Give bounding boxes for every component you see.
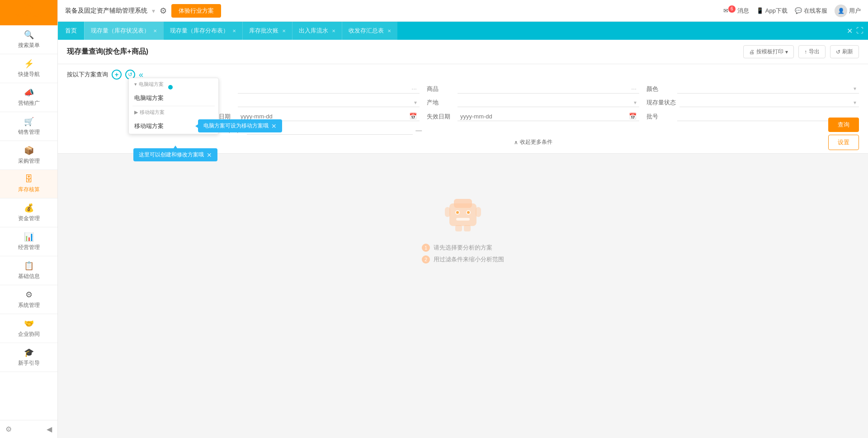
mobile-icon: 📱 <box>756 7 764 14</box>
sidebar-item-system[interactable]: ⚙ 系统管理 <box>0 285 57 314</box>
app-download-label: App下载 <box>765 7 788 15</box>
sidebar-item-quick-nav[interactable]: ⚡ 快捷导航 <box>0 54 57 83</box>
tab-inout-close[interactable]: ✕ <box>332 28 335 33</box>
sidebar-item-basic-info[interactable]: 📋 基础信息 <box>0 256 57 285</box>
exp-date-wrapper: 📅 <box>458 112 639 121</box>
scheme-item-pc[interactable]: 电脑端方案 <box>129 90 218 106</box>
tab-summary[interactable]: 收发存汇总表 ✕ <box>342 22 397 40</box>
stock-status-select[interactable] <box>682 99 852 106</box>
exp-date-start[interactable] <box>460 113 627 120</box>
sidebar-item-sales[interactable]: 🛒 销售管理 <box>0 112 57 141</box>
tab-stock-status[interactable]: 现存量（库存状况表） ✕ <box>84 22 163 40</box>
stock-status-dropdown-icon[interactable]: ▾ <box>854 99 856 106</box>
tab-batch-close[interactable]: ✕ <box>282 28 286 33</box>
warehouse-input-wrapper: ··· <box>238 84 420 94</box>
tab-batch[interactable]: 库存批次账 ✕ <box>242 22 292 40</box>
tab-stock-status-label: 现存量（库存状况表） <box>91 27 150 35</box>
warehouse-more-icon[interactable]: ··· <box>411 85 417 92</box>
print-button[interactable]: 🖨 按模板打印 ▾ <box>743 45 794 58</box>
topbar-settings-icon[interactable]: ⚙ <box>160 6 167 16</box>
collapse-sidebar-icon[interactable]: ◀ <box>47 425 52 433</box>
prod-date-calendar-icon[interactable]: 📅 <box>409 113 417 120</box>
settings-icon[interactable]: ⚙ <box>5 425 12 433</box>
tab-stock-dist[interactable]: 现存量（库存分布表） ✕ <box>163 22 242 40</box>
sidebar-item-marketing[interactable]: 📣 营销推广 <box>0 83 57 112</box>
newbie-icon: 🎓 <box>24 348 34 358</box>
message-item[interactable]: ✉ 6 消息 <box>723 7 749 15</box>
tab-home[interactable]: 首页 <box>58 22 84 40</box>
sidebar-item-operations[interactable]: 📊 经营管理 <box>0 227 57 256</box>
collapse-up-icon: ∧ <box>514 139 518 146</box>
filter-label: 按以下方案查询 <box>67 71 108 79</box>
stock-qty-dash: — <box>415 127 422 134</box>
size-select-wrapper: ▾ <box>238 98 420 107</box>
stock-icon: 🗄 <box>25 174 33 184</box>
filter-add-button[interactable]: + <box>112 70 122 80</box>
tab-summary-close[interactable]: ✕ <box>387 28 391 33</box>
filter-field-exp-date: 失效日期 📅 <box>427 112 639 121</box>
collapse-filter-button[interactable]: ∧ 收起更多条件 <box>207 135 859 148</box>
sidebar-item-search-menu[interactable]: 🔍 搜索菜单 <box>0 25 57 54</box>
product-label: 商品 <box>427 85 454 93</box>
system-dropdown-icon[interactable]: ▾ <box>152 7 155 14</box>
product-more-icon[interactable]: ··· <box>631 85 637 92</box>
finance-icon: 💰 <box>24 203 34 213</box>
sidebar-item-label: 企业协同 <box>18 330 40 338</box>
batch-no-label: 批号 <box>646 113 674 121</box>
scheme-tooltip-2-close[interactable]: ✕ <box>207 151 212 159</box>
color-dropdown-icon[interactable]: ▾ <box>854 85 856 92</box>
query-button[interactable]: 查询 <box>828 118 859 132</box>
sidebar-item-label: 库存核算 <box>18 186 40 193</box>
color-select[interactable] <box>680 85 852 92</box>
robot-svg <box>440 190 486 235</box>
sidebar-item-finance[interactable]: 💰 资金管理 <box>0 198 57 227</box>
sidebar: 畅 畅通好生意 标准版 🔍 搜索菜单 ⚡ 快捷导航 📣 营销推广 🛒 销售管理 … <box>0 0 58 438</box>
refresh-button[interactable]: ↺ 刷新 <box>830 45 859 58</box>
product-input[interactable] <box>460 85 629 92</box>
page-actions: 🖨 按模板打印 ▾ ↑ 导出 ↺ 刷新 <box>743 45 859 58</box>
sidebar-item-purchase[interactable]: 📦 采购管理 <box>0 141 57 170</box>
sidebar-item-label: 新手引导 <box>18 359 40 367</box>
scheme-tooltip-2-text: 这里可以创建和修改方案哦 <box>139 151 204 159</box>
empty-state: 1 请先选择要分析的方案 2 用过滤条件来缩小分析范围 <box>58 154 868 300</box>
origin-dropdown-icon[interactable]: ▾ <box>634 99 637 106</box>
message-icon: ✉ <box>723 7 728 14</box>
maximize-icon[interactable]: ⛶ <box>856 27 863 35</box>
tab-stock-dist-close[interactable]: ✕ <box>232 28 236 33</box>
sidebar-item-label: 经营管理 <box>18 244 40 251</box>
message-badge: 6 <box>728 5 736 13</box>
tabbar-actions: ✕ ⛶ <box>847 27 868 35</box>
sidebar-item-enterprise[interactable]: 🤝 企业协同 <box>0 314 57 343</box>
exp-date-calendar-icon[interactable]: 📅 <box>629 113 637 120</box>
filter-field-color: 颜色 ▾ <box>646 85 859 94</box>
scheme-tooltip-1-close[interactable]: ✕ <box>271 122 277 130</box>
prod-date-start[interactable] <box>241 113 407 120</box>
sidebar-item-label: 快捷导航 <box>18 71 40 78</box>
user-item[interactable]: 👤 用户 <box>835 5 861 17</box>
print-label: 按模板打印 <box>756 48 783 56</box>
export-button[interactable]: ↑ 导出 <box>798 45 826 58</box>
origin-select[interactable] <box>460 99 632 106</box>
size-dropdown-icon[interactable]: ▾ <box>414 99 417 106</box>
print-icon: 🖨 <box>749 49 755 55</box>
warehouse-input[interactable] <box>241 85 410 92</box>
sidebar-item-label: 搜索菜单 <box>18 42 40 49</box>
app-download-item[interactable]: 📱 App下载 <box>756 7 788 15</box>
sidebar-item-label: 采购管理 <box>18 157 40 165</box>
industry-plan-button[interactable]: 体验行业方案 <box>171 4 221 18</box>
sidebar-item-label: 系统管理 <box>18 301 40 309</box>
size-select[interactable] <box>241 99 412 106</box>
chevron-right-icon: ▶ <box>134 109 138 115</box>
print-dropdown-icon: ▾ <box>785 49 788 55</box>
set-button[interactable]: 设置 <box>828 135 859 150</box>
refresh-label: 刷新 <box>842 48 853 56</box>
exp-date-label: 失效日期 <box>427 113 454 121</box>
online-service-item[interactable]: 💬 在线客服 <box>795 7 827 15</box>
close-all-icon[interactable]: ✕ <box>847 27 853 35</box>
sidebar-item-stock[interactable]: 🗄 库存核算 <box>0 170 57 198</box>
tab-stock-status-close[interactable]: ✕ <box>153 28 157 33</box>
stock-status-select-wrapper: ▾ <box>679 98 859 107</box>
sidebar-item-newbie[interactable]: 🎓 新手引导 <box>0 343 57 372</box>
svg-rect-3 <box>454 199 472 208</box>
tab-inout[interactable]: 出入库流水 ✕ <box>292 22 342 40</box>
